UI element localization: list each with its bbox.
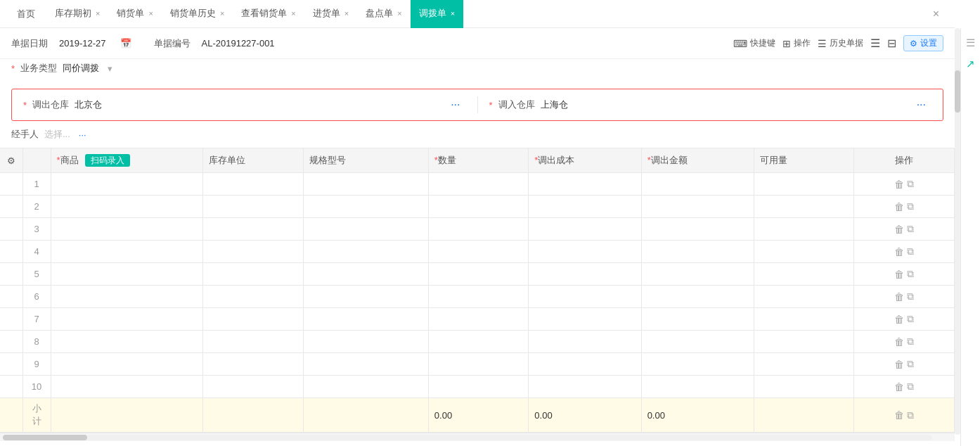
row-avail[interactable] <box>754 173 853 196</box>
row-spec[interactable] <box>303 241 428 263</box>
person-more-btn[interactable]: ··· <box>79 129 86 140</box>
row-product[interactable] <box>51 331 203 353</box>
row-spec[interactable] <box>303 308 428 331</box>
row-avail[interactable] <box>754 331 853 353</box>
row-cost[interactable] <box>529 331 641 353</box>
row-spec[interactable] <box>303 331 428 353</box>
out-warehouse-more-btn[interactable]: ··· <box>445 98 465 111</box>
row-delete-btn[interactable]: 🗑 <box>894 381 904 393</box>
row-unit[interactable] <box>203 353 303 376</box>
tab-close-stocktake[interactable]: × <box>397 9 401 18</box>
row-unit[interactable] <box>203 308 303 331</box>
tab-home[interactable]: 首页 <box>6 8 46 20</box>
row-delete-btn[interactable]: 🗑 <box>894 359 904 370</box>
row-unit[interactable] <box>203 263 303 286</box>
row-avail[interactable] <box>754 398 853 433</box>
row-delete-btn[interactable]: 🗑 <box>894 409 904 421</box>
right-panel-list-icon[interactable]: ☰ <box>966 37 975 49</box>
person-select[interactable]: 选择... <box>44 128 70 141</box>
row-product[interactable] <box>51 376 203 398</box>
tab-sales-history[interactable]: 销货单历史 × <box>162 0 233 28</box>
row-qty[interactable] <box>428 196 528 218</box>
row-amount[interactable] <box>641 173 754 196</box>
row-qty[interactable] <box>428 353 528 376</box>
row-product[interactable] <box>51 173 203 196</box>
row-amount[interactable] <box>641 331 754 353</box>
col-settings[interactable]: ⚙ <box>0 148 22 173</box>
row-qty[interactable] <box>428 218 528 241</box>
row-qty[interactable] <box>428 241 528 263</box>
tab-view-sales[interactable]: 查看销货单 × <box>233 0 304 28</box>
operations-btn[interactable]: ⊞ 操作 <box>782 37 811 49</box>
row-product[interactable] <box>51 398 203 433</box>
right-panel-export-icon[interactable]: ↗ <box>966 58 975 70</box>
row-cost[interactable] <box>529 196 641 218</box>
row-unit[interactable] <box>203 173 303 196</box>
row-spec[interactable] <box>303 196 428 218</box>
row-unit[interactable] <box>203 241 303 263</box>
row-copy-btn[interactable]: ⧉ <box>907 200 914 212</box>
row-copy-btn[interactable]: ⧉ <box>907 313 914 325</box>
tab-stocktake[interactable]: 盘点单 × <box>357 0 410 28</box>
window-close-btn[interactable]: × <box>923 8 949 20</box>
tab-close-purchase[interactable]: × <box>344 9 349 18</box>
row-copy-btn[interactable]: ⧉ <box>907 409 914 421</box>
tab-close-inventory[interactable]: × <box>96 9 100 18</box>
row-amount[interactable] <box>641 286 754 308</box>
row-product[interactable] <box>51 286 203 308</box>
tab-close-sales-history[interactable]: × <box>220 9 224 18</box>
row-unit[interactable] <box>203 286 303 308</box>
row-product[interactable] <box>51 263 203 286</box>
row-unit[interactable] <box>203 398 303 433</box>
row-product[interactable] <box>51 196 203 218</box>
row-copy-btn[interactable]: ⧉ <box>907 358 914 370</box>
row-unit[interactable] <box>203 331 303 353</box>
tab-sales-order[interactable]: 销货单 × <box>108 0 161 28</box>
row-avail[interactable] <box>754 353 853 376</box>
row-copy-btn[interactable]: ⧉ <box>907 268 914 280</box>
row-avail[interactable] <box>754 308 853 331</box>
row-qty[interactable] <box>428 286 528 308</box>
row-cost[interactable] <box>529 218 641 241</box>
tab-close-view-sales[interactable]: × <box>291 9 295 18</box>
row-spec[interactable] <box>303 398 428 433</box>
row-cost[interactable] <box>529 241 641 263</box>
row-spec[interactable] <box>303 376 428 398</box>
row-delete-btn[interactable]: 🗑 <box>894 269 904 280</box>
biz-dropdown-arrow[interactable]: ▾ <box>108 63 112 74</box>
horizontal-scrollbar[interactable] <box>0 433 955 441</box>
row-copy-btn[interactable]: ⧉ <box>907 336 914 348</box>
row-avail[interactable] <box>754 218 853 241</box>
in-warehouse-more-btn[interactable]: ··· <box>911 98 931 111</box>
row-amount[interactable] <box>641 376 754 398</box>
row-cost[interactable] <box>529 286 641 308</box>
row-cost[interactable]: 0.00 <box>529 398 641 433</box>
tab-close-transfer[interactable]: × <box>451 9 455 18</box>
row-copy-btn[interactable]: ⧉ <box>907 178 914 190</box>
tab-purchase[interactable]: 进货单 × <box>304 0 357 28</box>
row-cost[interactable] <box>529 263 641 286</box>
row-amount[interactable] <box>641 196 754 218</box>
row-unit[interactable] <box>203 376 303 398</box>
row-spec[interactable] <box>303 173 428 196</box>
row-product[interactable] <box>51 241 203 263</box>
row-unit[interactable] <box>203 196 303 218</box>
row-delete-btn[interactable]: 🗑 <box>894 314 904 325</box>
vertical-scrollbar[interactable] <box>955 28 960 435</box>
row-avail[interactable] <box>754 376 853 398</box>
row-unit[interactable] <box>203 218 303 241</box>
grid-view-btn[interactable]: ⊟ <box>887 37 896 50</box>
row-qty[interactable]: 0.00 <box>428 398 528 433</box>
scan-btn[interactable]: 扫码录入 <box>85 154 130 167</box>
row-qty[interactable] <box>428 376 528 398</box>
calendar-icon[interactable]: 📅 <box>120 38 131 49</box>
list-view-btn[interactable]: ☰ <box>870 37 880 50</box>
row-avail[interactable] <box>754 196 853 218</box>
tab-close-sales[interactable]: × <box>148 9 153 18</box>
row-amount[interactable] <box>641 263 754 286</box>
row-copy-btn[interactable]: ⧉ <box>907 381 914 393</box>
row-spec[interactable] <box>303 263 428 286</box>
row-amount[interactable] <box>641 308 754 331</box>
row-qty[interactable] <box>428 331 528 353</box>
row-delete-btn[interactable]: 🗑 <box>894 246 904 257</box>
